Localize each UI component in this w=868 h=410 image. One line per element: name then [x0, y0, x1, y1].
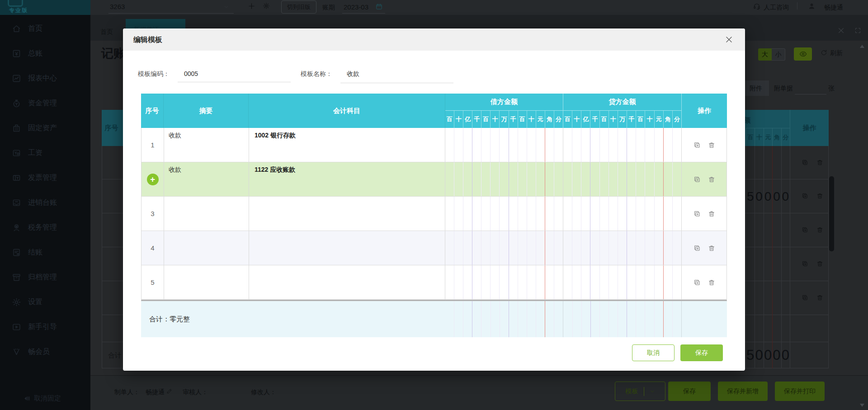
tab-home[interactable]: 首页 [100, 28, 113, 36]
row-summary[interactable] [164, 197, 249, 231]
add-icon[interactable] [248, 2, 255, 10]
amount-cell[interactable] [500, 197, 509, 231]
unpin-sidebar-button[interactable]: 取消固定 [24, 394, 61, 403]
voucher-save-button[interactable]: 保存 [668, 382, 711, 401]
edit-icon[interactable] [166, 388, 173, 394]
amount-cell[interactable] [545, 265, 554, 299]
amount-cell[interactable] [618, 197, 627, 231]
copy-row-icon[interactable] [693, 141, 701, 149]
sidebar-item-general-ledger[interactable]: 总账 [0, 41, 90, 66]
copy-row-icon[interactable] [802, 193, 808, 199]
amount-cell[interactable] [545, 128, 554, 162]
size-small[interactable]: 小 [772, 48, 785, 61]
delete-row-icon[interactable] [708, 141, 715, 149]
amount-cell[interactable] [563, 231, 572, 265]
delete-row-icon[interactable] [816, 226, 823, 233]
amount-cell[interactable] [445, 265, 454, 299]
sidebar-item-tax[interactable]: 税务管理 [0, 215, 90, 240]
amount-cell[interactable] [590, 197, 599, 231]
copy-row-icon[interactable] [802, 159, 808, 166]
amount-cell[interactable] [481, 162, 491, 196]
template-row-2[interactable]: +收款1122 应收账款 [142, 162, 726, 197]
row-account[interactable] [249, 265, 445, 299]
amount-cell[interactable] [518, 231, 527, 265]
amount-cell[interactable] [664, 265, 673, 299]
amount-cell[interactable] [463, 128, 472, 162]
scroll-up-arrow[interactable] [860, 45, 864, 48]
amount-cell[interactable] [645, 265, 654, 299]
template-name-input[interactable]: 收款 [340, 69, 453, 83]
amount-cell[interactable] [518, 162, 527, 196]
delete-row-icon[interactable] [816, 193, 823, 199]
amount-cell[interactable] [627, 265, 636, 299]
row-account[interactable]: 1122 应收账款 [249, 162, 445, 196]
amount-cell[interactable] [518, 265, 527, 299]
amount-cell[interactable] [536, 231, 545, 265]
sidebar-item-settings[interactable]: 设置 [0, 290, 90, 315]
amount-cell[interactable] [673, 128, 682, 162]
amount-cell[interactable] [554, 231, 563, 265]
template-row-4[interactable]: 4 [142, 231, 726, 265]
amount-cell[interactable] [536, 162, 545, 196]
amount-cell[interactable] [655, 265, 664, 299]
template-code-input[interactable]: 0005 [178, 69, 291, 82]
amount-cell[interactable] [463, 265, 472, 299]
amount-cell[interactable] [636, 128, 645, 162]
amount-cell[interactable] [481, 231, 491, 265]
amount-cell[interactable] [463, 197, 472, 231]
amount-cell[interactable] [600, 128, 609, 162]
cancel-button[interactable]: 取消 [632, 344, 675, 361]
refresh-button[interactable]: 刷新 [830, 49, 843, 57]
amount-cell[interactable] [509, 197, 518, 231]
attachment-tab[interactable]: 附件 [743, 80, 769, 96]
copy-row-icon[interactable] [802, 226, 808, 233]
sidebar-item-purchase-sales[interactable]: 进销台账 [0, 190, 90, 215]
amount-cell[interactable] [618, 231, 627, 265]
scroll-down-arrow[interactable] [860, 404, 864, 407]
amount-cell[interactable] [445, 231, 454, 265]
amount-cell[interactable] [636, 162, 645, 196]
amount-cell[interactable] [527, 162, 536, 196]
row-summary[interactable]: 收款 [164, 128, 249, 162]
amount-cell[interactable] [563, 162, 572, 196]
amount-cell[interactable] [572, 162, 581, 196]
amount-cell[interactable] [509, 265, 518, 299]
delete-row-icon[interactable] [708, 210, 715, 217]
amount-cell[interactable] [581, 162, 590, 196]
amount-cell[interactable] [645, 231, 654, 265]
amount-cell[interactable] [581, 128, 590, 162]
support-link[interactable]: 人工咨询 [764, 4, 789, 12]
fullscreen-icon[interactable] [854, 27, 861, 34]
amount-cell[interactable] [481, 197, 491, 231]
delete-row-icon[interactable] [708, 279, 715, 286]
amount-cell[interactable] [673, 197, 682, 231]
refresh-icon[interactable] [821, 49, 827, 56]
sidebar-item-payroll[interactable]: 工资 [0, 141, 90, 165]
amount-cell[interactable] [491, 231, 500, 265]
amount-cell[interactable] [572, 197, 581, 231]
template-row-5[interactable]: 5 [142, 265, 726, 300]
amount-cell[interactable] [655, 162, 664, 196]
amount-cell[interactable] [536, 197, 545, 231]
amount-cell[interactable] [572, 265, 581, 299]
template-row-3[interactable]: 3 [142, 197, 726, 231]
amount-cell[interactable] [581, 265, 590, 299]
amount-cell[interactable] [491, 128, 500, 162]
save-and-new-button[interactable]: 保存并新增 [718, 382, 768, 401]
template-button[interactable]: 模板 [615, 382, 665, 401]
amount-cell[interactable] [609, 128, 618, 162]
amount-cell[interactable] [491, 265, 500, 299]
gear-icon[interactable] [263, 2, 270, 9]
amount-cell[interactable] [618, 265, 627, 299]
amount-cell[interactable] [554, 162, 563, 196]
row-summary[interactable] [164, 265, 249, 299]
amount-cell[interactable] [590, 162, 599, 196]
sidebar-item-funds[interactable]: 资金管理 [0, 91, 90, 116]
sidebar-item-member[interactable]: 畅会员 [0, 339, 90, 364]
calendar-icon[interactable] [376, 3, 382, 10]
close-icon[interactable] [725, 35, 733, 44]
amount-cell[interactable] [500, 162, 509, 196]
amount-cell[interactable] [554, 128, 563, 162]
add-row-button[interactable]: + [147, 174, 159, 185]
amount-cell[interactable] [673, 231, 682, 265]
